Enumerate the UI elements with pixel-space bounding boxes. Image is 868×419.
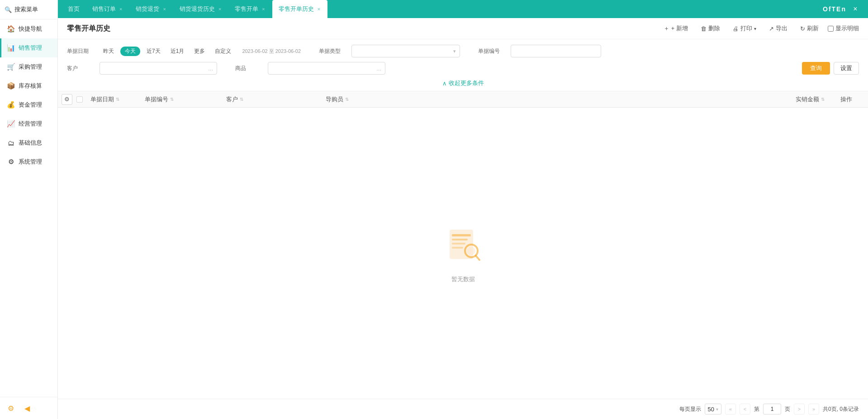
tab-bar: 首页销售订单×销货退货×销货退货历史×零售开单×零售开单历史× OfTEn × bbox=[58, 0, 868, 18]
sidebar-item-inventory[interactable]: 📦 库存核算 bbox=[0, 76, 57, 95]
query-button[interactable]: 查询 bbox=[802, 62, 830, 75]
tab-home[interactable]: 首页 bbox=[62, 0, 86, 18]
customer-label: 客户 bbox=[67, 65, 92, 72]
sidebar-item-quick-nav[interactable]: 🏠 快捷导航 bbox=[0, 19, 57, 38]
tab-sales-order[interactable]: 销售订单× bbox=[86, 0, 129, 18]
date-btn-more[interactable]: 更多 bbox=[190, 47, 209, 56]
page-prev-btn[interactable]: < bbox=[740, 404, 750, 414]
svg-rect-4 bbox=[452, 247, 463, 249]
tab-close-sales-return[interactable]: × bbox=[162, 5, 166, 13]
date-btn-custom[interactable]: 自定义 bbox=[211, 47, 235, 56]
sidebar-settings-btn[interactable]: ⚙ bbox=[5, 402, 17, 414]
display-cols-toggle[interactable]: 显示明细 bbox=[828, 24, 859, 33]
sidebar-item-purchase-mgmt[interactable]: 🛒 采购管理 bbox=[0, 57, 57, 76]
date-btn-7days[interactable]: 近7天 bbox=[143, 47, 164, 56]
quick-nav-icon: 🏠 bbox=[7, 25, 15, 33]
sidebar-item-label-system: 系统管理 bbox=[19, 158, 42, 166]
add-icon: ＋ bbox=[664, 24, 669, 33]
date-filter-buttons: 昨天 今天 近7天 近1月 更多 自定义 bbox=[100, 47, 235, 56]
finance-icon: 💰 bbox=[7, 101, 15, 109]
filter-row-1: 单据日期 昨天 今天 近7天 近1月 更多 自定义 2023-06-02 至 2… bbox=[67, 45, 859, 57]
sort-amount-icon[interactable]: ⇅ bbox=[821, 97, 825, 102]
filter-collapse[interactable]: ∧ 收起更多条件 bbox=[67, 79, 859, 87]
sidebar-nav: 🏠 快捷导航 📊 销售管理 🛒 采购管理 📦 库存核算 💰 资金管理 📈 经营管… bbox=[0, 19, 57, 397]
sort-order-no-icon[interactable]: ⇅ bbox=[170, 97, 174, 102]
page-suffix: 页 bbox=[785, 405, 790, 413]
date-label: 单据日期 bbox=[67, 47, 92, 55]
collapse-icon: ∧ bbox=[442, 80, 447, 87]
main-area: 首页销售订单×销货退货×销货退货历史×零售开单×零售开单历史× OfTEn × … bbox=[58, 0, 868, 419]
sidebar-item-system[interactable]: ⚙ 系统管理 bbox=[0, 152, 57, 171]
window-close-btn[interactable]: × bbox=[850, 4, 861, 14]
delete-button[interactable]: 🗑 删除 bbox=[697, 23, 724, 34]
basic-info-icon: 🗂 bbox=[7, 139, 15, 147]
sort-guide-icon[interactable]: ⇅ bbox=[345, 97, 349, 102]
collapse-label: 收起更多条件 bbox=[449, 79, 484, 87]
tab-close-sales-return-history[interactable]: × bbox=[218, 5, 222, 13]
page-header: 零售开单历史 ＋ + 新增 🗑 删除 🖨 打印 ▾ ↗ 导出 bbox=[58, 18, 868, 39]
th-customer: 客户 ⇅ bbox=[223, 95, 322, 104]
sidebar-item-label-quick-nav: 快捷导航 bbox=[19, 25, 42, 33]
per-page-label: 每页显示 bbox=[679, 405, 701, 413]
page-next-btn[interactable]: > bbox=[794, 404, 805, 414]
app-title: OfTEn bbox=[823, 5, 846, 13]
tab-label-home: 首页 bbox=[68, 5, 80, 13]
sidebar-collapse-btn[interactable]: ◀ bbox=[21, 402, 33, 414]
th-amount: 实销金额 ⇅ bbox=[774, 95, 828, 104]
system-icon: ⚙ bbox=[7, 158, 15, 166]
sort-customer-icon[interactable]: ⇅ bbox=[240, 97, 243, 102]
sidebar-item-basic-info[interactable]: 🗂 基础信息 bbox=[0, 133, 57, 152]
customer-input[interactable]: ... bbox=[100, 62, 217, 75]
date-range: 2023-06-02 至 2023-06-02 bbox=[242, 48, 301, 55]
print-chevron: ▾ bbox=[754, 26, 756, 31]
doc-type-select[interactable]: ▾ bbox=[351, 45, 460, 57]
sidebar-search[interactable]: 🔍 搜索菜单 bbox=[0, 0, 57, 19]
tab-close-retail-open[interactable]: × bbox=[261, 5, 266, 13]
sidebar-item-label-sales-mgmt: 销售管理 bbox=[19, 44, 42, 52]
table-header: ⚙ 单据日期 ⇅ 单据编号 ⇅ 客户 ⇅ 导购员 ⇅ bbox=[58, 91, 868, 108]
date-btn-today[interactable]: 今天 bbox=[120, 47, 140, 56]
sidebar-item-operations[interactable]: 📈 经营管理 bbox=[0, 114, 57, 133]
sort-date-icon[interactable]: ⇅ bbox=[116, 97, 119, 102]
add-button[interactable]: ＋ + 新增 bbox=[660, 23, 692, 34]
date-btn-yesterday[interactable]: 昨天 bbox=[100, 47, 118, 56]
tab-retail-history[interactable]: 零售开单历史× bbox=[272, 0, 327, 18]
page-first-btn[interactable]: « bbox=[725, 404, 736, 414]
tab-close-retail-history[interactable]: × bbox=[317, 5, 321, 13]
sidebar-item-label-basic-info: 基础信息 bbox=[19, 139, 42, 147]
sidebar-item-label-operations: 经营管理 bbox=[19, 120, 42, 128]
tab-sales-return-history[interactable]: 销货退货历史× bbox=[173, 0, 228, 18]
sales-mgmt-icon: 📊 bbox=[7, 44, 15, 52]
tab-close-sales-order[interactable]: × bbox=[119, 5, 123, 13]
tab-label-sales-return: 销货退货 bbox=[136, 5, 159, 13]
sidebar-item-sales-mgmt[interactable]: 📊 销售管理 bbox=[0, 38, 57, 57]
page-last-btn[interactable]: » bbox=[808, 404, 819, 414]
th-order-no: 单据编号 ⇅ bbox=[141, 95, 223, 104]
date-btn-1month[interactable]: 近1月 bbox=[167, 47, 188, 56]
display-cols-checkbox[interactable] bbox=[828, 26, 834, 32]
tab-retail-open[interactable]: 零售开单× bbox=[228, 0, 272, 18]
column-settings-btn[interactable]: ⚙ bbox=[62, 94, 72, 105]
select-all-checkbox-cell bbox=[72, 96, 87, 103]
tab-sales-return[interactable]: 销货退货× bbox=[129, 0, 173, 18]
sidebar: 🔍 搜索菜单 🏠 快捷导航 📊 销售管理 🛒 采购管理 📦 库存核算 💰 资金管… bbox=[0, 0, 58, 419]
export-button[interactable]: ↗ 导出 bbox=[765, 23, 791, 34]
toolbar: ＋ + 新增 🗑 删除 🖨 打印 ▾ ↗ 导出 ↻ bbox=[660, 23, 859, 34]
th-guide: 导购员 ⇅ bbox=[322, 95, 376, 104]
page-label: 第 bbox=[754, 405, 759, 413]
select-all-checkbox[interactable] bbox=[76, 96, 83, 103]
per-page-select[interactable]: 50 ▾ bbox=[705, 404, 721, 414]
page-input[interactable] bbox=[763, 404, 781, 414]
page-title: 零售开单历史 bbox=[67, 24, 660, 33]
print-button[interactable]: 🖨 打印 ▾ bbox=[729, 23, 760, 34]
operations-icon: 📈 bbox=[7, 120, 15, 128]
doc-no-label: 单据编号 bbox=[478, 47, 503, 55]
set-button[interactable]: 设置 bbox=[834, 62, 859, 75]
export-icon: ↗ bbox=[769, 25, 774, 32]
goods-dots: ... bbox=[376, 65, 381, 72]
refresh-button[interactable]: ↻ 刷新 bbox=[797, 23, 822, 34]
sidebar-item-finance[interactable]: 💰 资金管理 bbox=[0, 95, 57, 114]
doc-no-input[interactable] bbox=[511, 45, 601, 57]
per-page-chevron: ▾ bbox=[716, 407, 718, 412]
goods-input[interactable]: ... bbox=[268, 62, 385, 75]
